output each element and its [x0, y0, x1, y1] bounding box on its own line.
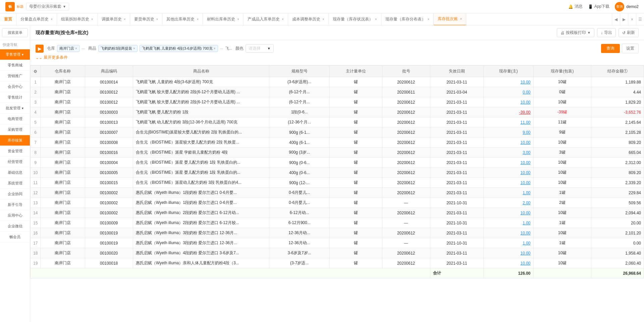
- sidebar-item-retail-stats[interactable]: 零售统计: [0, 92, 30, 103]
- close-icon[interactable]: ×: [197, 17, 199, 21]
- goods-tag-2[interactable]: 飞鹤星飞帆 儿童奶粉 4段(3-6岁适用) 700克 ×: [140, 45, 218, 52]
- close-icon[interactable]: ×: [282, 17, 284, 21]
- close-icon[interactable]: ×: [156, 17, 158, 21]
- row-qty-main[interactable]: 11.00: [484, 117, 533, 127]
- user-area[interactable]: 查询 demo2: [615, 2, 639, 11]
- sidebar-item-wholesale[interactable]: 批发管理 ▼: [0, 103, 30, 114]
- close-icon[interactable]: ×: [322, 17, 324, 21]
- warehouse-more-icon[interactable]: ···: [82, 46, 85, 51]
- close-icon[interactable]: ×: [237, 17, 239, 21]
- row-qty-main[interactable]: 10.00: [484, 77, 533, 87]
- row-spec: (12-36个月...: [269, 117, 330, 127]
- sidebar-item-member2[interactable]: 畅会员: [0, 232, 30, 243]
- close-icon[interactable]: ×: [375, 17, 377, 21]
- table-row: 1 南岸门店 00100014 飞鹤星飞帆 儿童奶粉 4段(3-6岁适用) 70…: [31, 77, 644, 87]
- tab-transfer-history[interactable]: 调拨单历史 ×: [98, 13, 130, 25]
- tab-other-out-history[interactable]: 其他出库单历史 ×: [162, 13, 203, 25]
- row-qty-main[interactable]: 10.00: [484, 248, 533, 258]
- row-code: 00100003: [85, 107, 133, 117]
- row-qty-main[interactable]: 10.00: [484, 208, 533, 218]
- tab-require-history[interactable]: 要货单历史 ×: [130, 13, 163, 25]
- tab-material-out-history[interactable]: 材料出库单历史 ×: [203, 13, 244, 25]
- close-icon[interactable]: ×: [91, 17, 93, 21]
- query-button[interactable]: 查询: [601, 44, 620, 53]
- row-warehouse: 南岸门店: [41, 238, 85, 248]
- tab-split-history[interactable]: 分量盘点单历史 ×: [16, 13, 57, 25]
- tab-unpack-history[interactable]: 组装拆卸单历史 ×: [57, 13, 98, 25]
- close-icon[interactable]: ×: [428, 17, 430, 21]
- sidebar-item-operations[interactable]: 经营管理: [0, 157, 30, 167]
- warehouse-tag-close[interactable]: ×: [75, 47, 77, 50]
- app-download-button[interactable]: 📱 App下载: [588, 4, 609, 9]
- goods-tag-1-close[interactable]: ×: [133, 47, 135, 50]
- print-button[interactable]: 🖨 按模板打印 ▼: [557, 28, 594, 37]
- search-menu-button[interactable]: 搜索菜单: [2, 28, 28, 37]
- sidebar-item-wechat[interactable]: 企业微信: [0, 221, 30, 232]
- table-row: 10 南岸门店 00100005 合生元（BIOSTIME）派星 婴儿配方奶粉 …: [31, 168, 644, 178]
- sidebar-item-purchase[interactable]: 采购管理: [0, 124, 30, 135]
- row-qty-main[interactable]: 10.00: [484, 228, 533, 238]
- row-qty-main[interactable]: 10.00: [484, 258, 533, 268]
- nav-prev-arrow[interactable]: ◀: [612, 13, 620, 25]
- expand-more-button[interactable]: ⌄⌄ 展开更多条件: [36, 53, 639, 62]
- row-code: 00100002: [85, 198, 133, 208]
- sidebar-item-ecommerce[interactable]: 电商管理: [0, 114, 30, 124]
- row-code: 00100012: [85, 97, 133, 107]
- row-spec: (3-6岁适用)...: [269, 77, 330, 87]
- sidebar-item-member[interactable]: 会员中心: [0, 82, 30, 92]
- warehouse-tag[interactable]: 南岸门店 ×: [57, 45, 79, 52]
- goods-tag-1[interactable]: 飞鹤奶粉3段两提装 ×: [98, 45, 138, 52]
- row-qty-main[interactable]: 3.00: [484, 148, 533, 158]
- goods-tag-2-close[interactable]: ×: [214, 47, 216, 50]
- sidebar-item-appstore[interactable]: 应用中心: [0, 210, 30, 221]
- export-button[interactable]: ↓ 导出: [597, 28, 616, 37]
- row-qty-main[interactable]: 1.00: [484, 188, 533, 198]
- sidebar-item-retail[interactable]: 零售管理 ▼: [0, 49, 30, 60]
- goods-more-icon[interactable]: ···: [220, 46, 223, 51]
- nav-menu-icon[interactable]: ☰: [636, 13, 644, 25]
- row-unit: 罐: [329, 77, 382, 87]
- row-qty-main[interactable]: 2.00: [484, 198, 533, 208]
- sidebar-item-basic[interactable]: 基础信息: [0, 167, 30, 178]
- close-icon[interactable]: ×: [460, 17, 462, 21]
- close-icon[interactable]: ×: [51, 17, 53, 21]
- color-dropdown[interactable]: 请选择 ▼: [246, 44, 274, 53]
- tab-batch-account[interactable]: 库存批次账 ×: [434, 13, 466, 25]
- row-name: 合生元(BIOSTIME)派星较大婴儿配方奶粉 2段 乳铁蛋白的...: [133, 127, 269, 138]
- table-footer-row: 合计 126.00 26,968.64: [31, 268, 644, 278]
- row-qty-main[interactable]: 10.00: [484, 158, 533, 168]
- sidebar-item-system[interactable]: 系统管理: [0, 178, 30, 189]
- row-batch: 20200612: [382, 127, 430, 138]
- row-qty-main[interactable]: -39.00: [484, 107, 533, 117]
- org-selector[interactable]: 母婴行业演示账套 ▼: [26, 3, 69, 10]
- sidebar-item-newbie[interactable]: 新手引导: [0, 200, 30, 210]
- tab-stock-dist[interactable]: 现存量（库存分布表） ×: [381, 13, 434, 25]
- messages-button[interactable]: 🔔 消息: [568, 4, 583, 9]
- row-qty-main[interactable]: 1.00: [484, 218, 533, 228]
- tab-cost-adjust-history[interactable]: 成本调整单历史 ×: [288, 13, 329, 25]
- close-icon[interactable]: ×: [124, 17, 126, 21]
- sidebar-item-finance[interactable]: 资金管理: [0, 146, 30, 157]
- row-qty-main[interactable]: 1.00: [484, 238, 533, 248]
- tab-stock-status[interactable]: 现存量（库存状况表） ×: [329, 13, 381, 25]
- nav-next-arrow[interactable]: ▶: [620, 13, 628, 25]
- row-qty-main[interactable]: 9.00: [484, 127, 533, 138]
- nav-close-icon[interactable]: ×: [628, 13, 636, 25]
- sidebar-item-marketing[interactable]: 营销推广: [0, 71, 30, 82]
- row-qty-main[interactable]: 10.00: [484, 178, 533, 188]
- row-num: 18: [31, 248, 41, 258]
- row-qty-main[interactable]: 10.00: [484, 97, 533, 107]
- row-qty-main[interactable]: 10.00: [484, 168, 533, 178]
- expand-filter-button[interactable]: ▶: [36, 45, 44, 53]
- sidebar-item-inventory[interactable]: 库存核算: [0, 135, 30, 146]
- setting-button[interactable]: 设置: [622, 44, 639, 53]
- tab-home[interactable]: 首页: [0, 13, 16, 25]
- refresh-button[interactable]: ↺ 刷新: [619, 28, 639, 37]
- export-icon: ↓: [601, 31, 603, 35]
- col-settings[interactable]: ⚙: [31, 66, 41, 77]
- tab-product-in-history[interactable]: 产成品入库单历史 ×: [244, 13, 288, 25]
- sidebar-item-enterprise[interactable]: 企业协同: [0, 189, 30, 200]
- row-qty-main[interactable]: 10.00: [484, 138, 533, 148]
- sidebar-item-retail-shop[interactable]: 零售商城: [0, 60, 30, 71]
- row-qty-main[interactable]: 0.00: [484, 87, 533, 97]
